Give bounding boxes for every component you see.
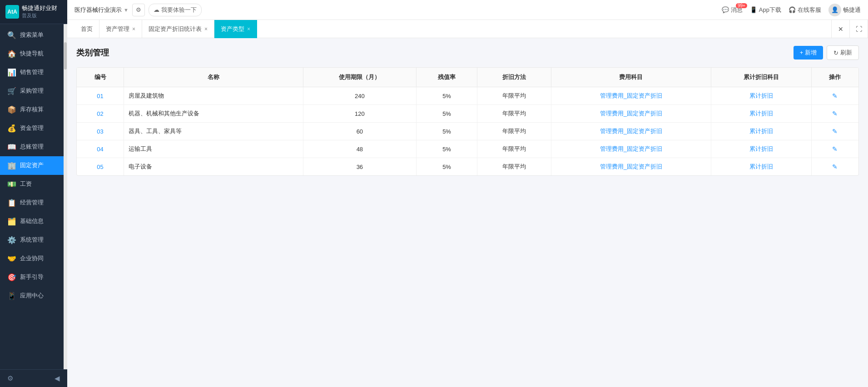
cell-residual: 5%	[417, 123, 477, 140]
sidebar-item-label: 企业协同	[20, 254, 44, 263]
expand-tab-button[interactable]: ⛶	[850, 20, 868, 38]
col-header-code: 编号	[77, 68, 124, 87]
sidebar-item-label: 销售管理	[20, 68, 44, 76]
customer-service-button[interactable]: 🎧 在线客服	[789, 6, 821, 14]
cell-operation[interactable]: ✎	[811, 158, 858, 176]
cell-operation[interactable]: ✎	[811, 140, 858, 158]
sidebar-item-enterprise[interactable]: 🤝 企业协同	[0, 249, 64, 268]
cell-name: 运输工具	[124, 140, 303, 158]
data-table: 编号 名称 使用期限（月） 残值率 折旧方法 费用科目 累计折旧科目 操作 01…	[76, 67, 859, 176]
tab-home[interactable]: 首页	[74, 20, 99, 38]
sidebar-item-basic-info[interactable]: 🗂️ 基础信息	[0, 212, 64, 231]
refresh-label: 刷新	[840, 49, 852, 57]
cell-method: 年限平均	[477, 123, 551, 140]
salary-icon: 💵	[7, 180, 15, 189]
header-left: 医疗器械行业演示 ▼ ⚙ ☁ 我要体验一下	[74, 4, 202, 16]
fixed-assets-icon: 🏢	[7, 161, 15, 170]
tab-asset-mgmt[interactable]: 资产管理 ×	[99, 20, 142, 38]
message-button[interactable]: 💬 消息 99+	[722, 6, 743, 14]
tab-asset-type-label: 资产类型	[221, 25, 244, 33]
avatar: 👤	[828, 4, 841, 16]
sidebar-item-search[interactable]: 🔍 搜索菜单	[0, 26, 64, 45]
close-tab-button[interactable]: ✕	[832, 20, 850, 38]
header-settings-button[interactable]: ⚙	[132, 4, 145, 16]
tab-depreciation-report-close[interactable]: ×	[204, 26, 208, 32]
experience-button[interactable]: ☁ 我要体验一下	[149, 4, 202, 16]
sidebar-item-fixed-assets[interactable]: 🏢 固定资产	[0, 156, 64, 175]
cell-expense: 管理费用_固定资产折旧	[551, 140, 711, 158]
table-row: 05 电子设备 36 5% 年限平均 管理费用_固定资产折旧 累计折旧 ✎	[77, 158, 858, 176]
app-download-button[interactable]: 📱 App下载	[750, 6, 781, 14]
edit-icon[interactable]: ✎	[832, 128, 838, 135]
cell-expense: 管理费用_固定资产折旧	[551, 158, 711, 176]
cell-operation[interactable]: ✎	[811, 105, 858, 123]
cell-method: 年限平均	[477, 105, 551, 123]
cell-operation[interactable]: ✎	[811, 87, 858, 105]
sidebar-item-operations[interactable]: 📋 经营管理	[0, 194, 64, 212]
sidebar-item-app-center[interactable]: 📱 应用中心	[0, 287, 64, 305]
sidebar-item-label: 基础信息	[20, 217, 44, 225]
sidebar-item-label: 新手引导	[20, 273, 44, 281]
sidebar-item-label: 总账管理	[20, 143, 44, 151]
sidebar-item-guide[interactable]: 🎯 新手引导	[0, 268, 64, 287]
col-header-accumulated: 累计折旧科目	[711, 68, 812, 87]
logo-area: AtA 畅捷通好业财 普及版	[0, 0, 67, 24]
gear-icon: ⚙	[136, 6, 141, 13]
cell-code: 04	[77, 140, 124, 158]
col-header-operation: 操作	[811, 68, 858, 87]
settings-footer-icon[interactable]: ⚙	[7, 374, 13, 382]
tab-asset-type-close[interactable]: ×	[247, 26, 250, 32]
home-icon: 🏠	[7, 50, 15, 58]
sidebar-item-salary[interactable]: 💵 工资	[0, 175, 64, 194]
refresh-icon: ↻	[833, 50, 838, 56]
sidebar-item-purchase[interactable]: 🛒 采购管理	[0, 82, 64, 100]
sidebar-item-sales[interactable]: 📊 销售管理	[0, 63, 64, 82]
company-selector[interactable]: 医疗器械行业演示 ▼	[74, 6, 129, 14]
user-profile[interactable]: 👤 畅捷通	[828, 4, 861, 16]
search-icon: 🔍	[7, 31, 15, 40]
edit-icon[interactable]: ✎	[832, 163, 838, 170]
sidebar-item-capital[interactable]: 💰 资金管理	[0, 119, 64, 138]
cell-operation[interactable]: ✎	[811, 123, 858, 140]
header-right: 💬 消息 99+ 📱 App下载 🎧 在线客服 👤 畅捷通	[722, 4, 861, 16]
page-title: 类别管理	[76, 47, 109, 58]
tab-asset-mgmt-close[interactable]: ×	[132, 26, 135, 32]
sidebar-item-label: 固定资产	[20, 161, 44, 169]
sidebar-item-ledger[interactable]: 📖 总账管理	[0, 138, 64, 156]
app-center-icon: 📱	[7, 292, 15, 300]
cell-period: 48	[303, 140, 417, 158]
table-row: 01 房屋及建筑物 240 5% 年限平均 管理费用_固定资产折旧 累计折旧 ✎	[77, 87, 858, 105]
new-button[interactable]: + 新增	[794, 46, 823, 60]
sidebar-footer: ⚙ ◀	[0, 369, 67, 387]
enterprise-icon: 🤝	[7, 254, 15, 263]
sidebar-item-system[interactable]: ⚙️ 系统管理	[0, 231, 64, 249]
edit-icon[interactable]: ✎	[832, 110, 838, 117]
scrollbar-thumb[interactable]	[64, 42, 67, 69]
cell-expense: 管理费用_固定资产折旧	[551, 123, 711, 140]
collapse-sidebar-icon[interactable]: ◀	[55, 374, 60, 382]
col-header-name: 名称	[124, 68, 303, 87]
table-row: 04 运输工具 48 5% 年限平均 管理费用_固定资产折旧 累计折旧 ✎	[77, 140, 858, 158]
tab-asset-type[interactable]: 资产类型 ×	[214, 20, 257, 38]
cell-accumulated: 累计折旧	[711, 158, 812, 176]
sidebar-item-label: 快捷导航	[20, 50, 44, 58]
col-header-expense: 费用科目	[551, 68, 711, 87]
cell-period: 240	[303, 87, 417, 105]
system-icon: ⚙️	[7, 236, 15, 244]
edit-icon[interactable]: ✎	[832, 92, 838, 99]
guide-icon: 🎯	[7, 273, 15, 282]
refresh-button[interactable]: ↻ 刷新	[827, 45, 859, 60]
app-download-label: App下载	[759, 6, 781, 14]
cell-accumulated: 累计折旧	[711, 123, 812, 140]
cell-accumulated: 累计折旧	[711, 87, 812, 105]
sidebar-item-label: 工资	[20, 180, 32, 188]
scrollbar-track[interactable]	[64, 24, 67, 369]
cell-code: 03	[77, 123, 124, 140]
edit-icon[interactable]: ✎	[832, 145, 838, 153]
sidebar-item-inventory[interactable]: 📦 库存核算	[0, 100, 64, 119]
col-header-method: 折旧方法	[477, 68, 551, 87]
sidebar-item-quick-nav[interactable]: 🏠 快捷导航	[0, 45, 64, 63]
tab-depreciation-report[interactable]: 固定资产折旧统计表 ×	[142, 20, 214, 38]
ledger-icon: 📖	[7, 143, 15, 151]
table-row: 02 机器、机械和其他生产设备 120 5% 年限平均 管理费用_固定资产折旧 …	[77, 105, 858, 123]
